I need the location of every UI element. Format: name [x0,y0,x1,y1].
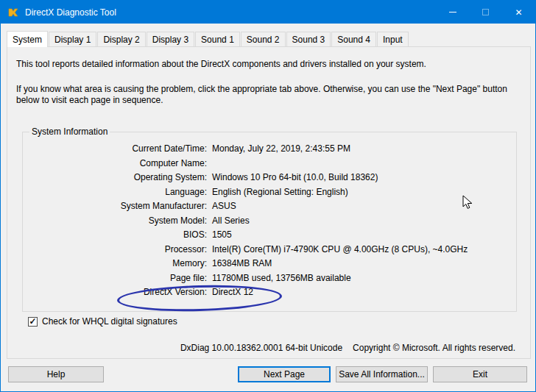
intro-text-2: If you know what area is causing the pro… [16,84,514,106]
tab-system[interactable]: System [7,31,48,47]
directx-diagnostic-window: DirectX Diagnostic Tool ✕ System Display… [0,0,536,392]
tab-display-1[interactable]: Display 1 [49,32,96,46]
field-value: 1505 [212,228,232,243]
tab-page-system: This tool reports detailed information a… [7,46,531,359]
checkbox-label: Check for WHQL digital signatures [42,316,177,327]
field-label: System Manufacturer: [23,199,207,214]
field-label: Computer Name: [23,157,207,171]
field-label: Memory: [23,257,207,271]
exit-button[interactable]: Exit [433,366,527,382]
window-title: DirectX Diagnostic Tool [25,7,116,18]
tab-display-2[interactable]: Display 2 [97,32,145,46]
tab-sound-2[interactable]: Sound 2 [241,32,286,46]
field-value: DirectX 12 [212,285,253,300]
titlebar: DirectX Diagnostic Tool ✕ [1,1,535,24]
tab-display-3[interactable]: Display 3 [147,32,194,46]
save-all-information-button[interactable]: Save All Information... [336,366,428,382]
field-label: Page file: [23,271,207,286]
field-label: Language: [23,185,207,200]
field-value: ASUS [212,199,236,214]
system-information-fields: Current Date/Time:Monday, July 22, 2019,… [23,142,516,300]
help-button[interactable]: Help [8,366,104,382]
directx-icon [7,7,19,18]
field-label: System Model: [23,214,207,229]
tab-sound-3[interactable]: Sound 3 [286,32,331,46]
field-value: 11780MB used, 13756MB available [212,271,351,286]
field-label: BIOS: [23,228,207,243]
intro-text-1: This tool reports detailed information a… [16,59,517,69]
field-label: Processor: [23,243,207,257]
field-row: System Model:All Series [23,214,516,229]
status-version: DxDiag 10.00.18362.0001 64-bit Unicode [180,343,342,353]
status-copyright: Copyright © Microsoft. All rights reserv… [353,343,515,353]
close-button[interactable]: ✕ [502,1,535,24]
field-row: BIOS:1505 [23,228,516,243]
field-row: Processor:Intel(R) Core(TM) i7-4790K CPU… [23,243,516,257]
field-row: Language:English (Regional Setting: Engl… [23,185,516,200]
field-value: English (Regional Setting: English) [212,185,348,200]
tab-strip: System Display 1 Display 2 Display 3 Sou… [7,31,409,46]
field-label: Operating System: [23,171,207,185]
window-controls: ✕ [436,1,535,24]
field-row: Operating System:Windows 10 Pro 64-bit (… [23,171,516,185]
next-page-button[interactable]: Next Page [238,366,331,382]
whql-checkbox[interactable]: ✓ Check for WHQL digital signatures [28,316,177,327]
tab-sound-4[interactable]: Sound 4 [331,32,376,46]
maximize-button [469,1,502,24]
field-value: Windows 10 Pro 64-bit (10.0, Build 18362… [212,171,378,185]
minimize-icon [449,12,456,13]
field-row: System Manufacturer:ASUS [23,199,516,214]
field-label: Current Date/Time: [23,142,207,157]
field-label: DirectX Version: [23,285,207,300]
system-information-groupbox: System Information Current Date/Time:Mon… [22,126,517,312]
tab-input[interactable]: Input [377,32,409,46]
field-value: All Series [212,214,250,229]
minimize-button[interactable] [436,1,469,24]
field-value: Intel(R) Core(TM) i7-4790K CPU @ 4.00GHz… [212,243,468,257]
status-line: DxDiag 10.00.18362.0001 64-bit Unicode C… [180,343,515,353]
checkbox-box-icon: ✓ [28,317,38,327]
field-row-directx-version: DirectX Version:DirectX 12 [23,285,516,300]
field-row: Page file:11780MB used, 13756MB availabl… [23,271,516,286]
maximize-icon [482,9,489,15]
field-row: Computer Name: [23,157,516,171]
groupbox-title: System Information [29,126,110,137]
close-icon: ✕ [515,8,522,17]
field-value: Monday, July 22, 2019, 2:43:55 PM [212,142,350,157]
field-row: Current Date/Time:Monday, July 22, 2019,… [23,142,516,157]
check-icon: ✓ [29,317,36,326]
field-value: 16384MB RAM [212,257,272,271]
field-row: Memory:16384MB RAM [23,257,516,271]
tab-sound-1[interactable]: Sound 1 [195,32,240,46]
